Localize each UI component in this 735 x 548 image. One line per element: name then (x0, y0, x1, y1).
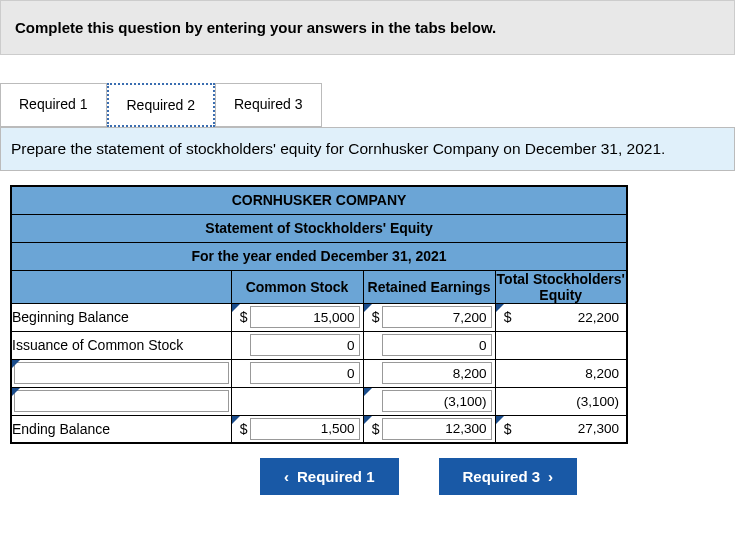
tab-label: Required 3 (234, 96, 303, 112)
row-label: Beginning Balance (11, 303, 231, 331)
input-retained-earnings[interactable] (382, 306, 492, 328)
cell-retained-earnings: $ (363, 303, 495, 331)
currency-symbol: $ (496, 421, 514, 437)
tabs-row: Required 1 Required 2 Required 3 (0, 83, 735, 127)
cell-total-equity (495, 359, 627, 387)
cell-retained-earnings (363, 359, 495, 387)
input-common-stock[interactable] (250, 306, 360, 328)
table-row: Ending Balance $ $ $ (11, 415, 627, 443)
table-row: Beginning Balance $ $ $ (11, 303, 627, 331)
value-total-equity (514, 418, 624, 440)
statement-wrap: CORNHUSKER COMPANY Statement of Stockhol… (10, 185, 735, 444)
table-row (11, 359, 627, 387)
cell-total-equity: $ (495, 415, 627, 443)
value-common-stock (250, 390, 360, 412)
prev-label: Required 1 (297, 468, 375, 485)
chevron-right-icon: › (548, 468, 553, 485)
currency-symbol: $ (496, 309, 514, 325)
statement-period: For the year ended December 31, 2021 (11, 242, 627, 270)
input-common-stock[interactable] (250, 362, 360, 384)
value-total-equity (514, 306, 624, 328)
table-row (11, 387, 627, 415)
cell-total-equity: $ (495, 303, 627, 331)
tab-required-3[interactable]: Required 3 (215, 83, 322, 127)
col-header-blank (11, 270, 231, 303)
cell-common-stock: $ (231, 303, 363, 331)
input-row-label[interactable] (14, 390, 229, 412)
cell-total-equity (495, 331, 627, 359)
value-total-equity (514, 362, 624, 384)
tab-required-2[interactable]: Required 2 (107, 83, 216, 127)
value-total-equity (514, 334, 624, 356)
instruction-text: Complete this question by entering your … (15, 19, 496, 36)
cell-common-stock (231, 331, 363, 359)
next-label: Required 3 (463, 468, 541, 485)
row-label: Ending Balance (11, 415, 231, 443)
value-total-equity (514, 390, 624, 412)
currency-symbol: $ (364, 421, 382, 437)
instruction-bar: Complete this question by entering your … (0, 0, 735, 55)
col-header-retained-earnings: Retained Earnings (363, 270, 495, 303)
row-label: Issuance of Common Stock (11, 331, 231, 359)
statement-title: Statement of Stockholders' Equity (11, 214, 627, 242)
next-button[interactable]: Required 3 › (439, 458, 578, 495)
cell-retained-earnings (363, 331, 495, 359)
input-retained-earnings[interactable] (382, 390, 492, 412)
input-retained-earnings[interactable] (382, 418, 492, 440)
currency-symbol: $ (232, 309, 250, 325)
prompt-bar: Prepare the statement of stockholders' e… (0, 127, 735, 171)
tab-label: Required 1 (19, 96, 88, 112)
col-header-common-stock: Common Stock (231, 270, 363, 303)
table-row: Issuance of Common Stock (11, 331, 627, 359)
chevron-left-icon: ‹ (284, 468, 289, 485)
tab-label: Required 2 (127, 97, 196, 113)
cell-common-stock (231, 359, 363, 387)
cell-total-equity (495, 387, 627, 415)
prompt-text: Prepare the statement of stockholders' e… (11, 140, 665, 157)
row-label-cell (11, 387, 231, 415)
currency-symbol: $ (364, 309, 382, 325)
col-header-total-equity: Total Stockholders' Equity (495, 270, 627, 303)
cell-retained-earnings (363, 387, 495, 415)
input-retained-earnings[interactable] (382, 334, 492, 356)
currency-symbol: $ (232, 421, 250, 437)
cell-common-stock: $ (231, 415, 363, 443)
cell-common-stock (231, 387, 363, 415)
input-common-stock[interactable] (250, 334, 360, 356)
statement-table: CORNHUSKER COMPANY Statement of Stockhol… (10, 185, 628, 444)
input-row-label[interactable] (14, 362, 229, 384)
nav-row: ‹ Required 1 Required 3 › (260, 458, 735, 495)
row-label-cell (11, 359, 231, 387)
prev-button[interactable]: ‹ Required 1 (260, 458, 399, 495)
tab-required-1[interactable]: Required 1 (0, 83, 107, 127)
input-retained-earnings[interactable] (382, 362, 492, 384)
cell-retained-earnings: $ (363, 415, 495, 443)
company-name: CORNHUSKER COMPANY (11, 186, 627, 214)
input-common-stock[interactable] (250, 418, 360, 440)
